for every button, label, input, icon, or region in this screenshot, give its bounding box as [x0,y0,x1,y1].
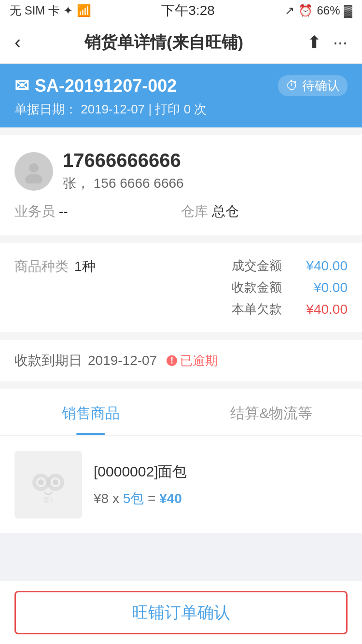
alarm-icon: ⏰ [298,4,313,17]
customer-name: 张， 156 6666 6666 [63,174,184,193]
due-date-card: 收款到期日 2019-12-07 ! 已逾期 [0,340,362,381]
status-bar-right: ↗ ⏰ 66% ▓ [285,4,352,17]
battery-label: 66% [317,4,340,17]
product-unit-price: ¥8 [94,491,109,506]
no-sim-label: 无 SIM 卡 ✦ [10,3,73,18]
order-id: ✉ SA-20191207-002 [14,76,177,96]
svg-point-7 [53,479,58,485]
product-info: [0000002]面包 ¥8 x 5包 = ¥40 [94,462,348,508]
overdue-warning-icon: ! [167,355,177,366]
outstanding-amount-value: ¥40.00 [290,302,348,317]
order-meta: 单据日期： 2019-12-07 | 打印 0 次 [14,101,348,118]
order-date-label: 单据日期： [14,102,77,116]
stats-card: 商品种类 1种 成交金额 ¥40.00 收款金额 ¥0.00 本单欠款 ¥40.… [0,243,362,332]
product-type-label: 商品种类 [14,257,69,276]
transaction-amount-label: 成交金额 [232,257,282,274]
payment-received-label: 收款金额 [232,279,282,296]
tab-sales-label: 销售商品 [62,405,120,421]
warehouse-item: 仓库 总仓 [181,202,348,221]
battery-icon: ▓ [344,4,353,17]
nav-actions: ⬆ ··· [307,32,348,53]
customer-details: 业务员 -- 仓库 总仓 [14,202,348,221]
more-icon[interactable]: ··· [333,32,348,53]
salesperson-label: 业务员 [14,202,55,221]
product-name: [0000002]面包 [94,462,348,482]
confirm-button-label: 旺铺订单确认 [132,602,230,624]
outstanding-amount-label: 本单欠款 [232,301,282,318]
due-date-label: 收款到期日 [14,351,82,370]
svg-point-0 [29,163,39,173]
share-icon[interactable]: ⬆ [307,32,321,53]
bottom-button-container: 旺铺订单确认 [0,581,362,644]
product-quantity: 5包 [123,491,144,506]
status-clock-icon: ⏱ [286,78,298,93]
product-price-row: ¥8 x 5包 = ¥40 [94,490,348,508]
page-title: 销货单详情(来自旺铺) [84,31,243,54]
product-thumbnail: 管+ [14,451,82,518]
status-bar-time: 下午3:28 [161,1,215,20]
nav-bar: ‹ 销货单详情(来自旺铺) ⬆ ··· [0,21,362,64]
tab-settlement-label: 结算&物流等 [230,405,312,421]
product-list: 管+ [0000002]面包 ¥8 x 5包 = ¥40 [0,436,362,533]
customer-name-prefix: 张， [63,176,90,191]
due-date-value: 2019-12-07 [88,353,157,368]
order-print-text: 打印 0 次 [155,102,207,116]
order-separator: | [148,102,155,116]
transaction-amount-row: 成交金额 ¥40.00 [232,257,348,274]
financial-stats: 成交金额 ¥40.00 收款金额 ¥0.00 本单欠款 ¥40.00 [181,257,348,318]
product-total: ¥40 [159,491,182,506]
order-status: ⏱ 待确认 [278,75,348,96]
customer-phone: 17666666666 [63,150,184,171]
payment-received-value: ¥0.00 [290,280,348,295]
salesperson-item: 业务员 -- [14,202,181,221]
payment-received-row: 收款金额 ¥0.00 [232,279,348,296]
svg-point-1 [25,174,42,183]
svg-text:管+: 管+ [43,496,54,504]
tabs-row: 销售商品 结算&物流等 [0,389,362,435]
product-thumb-logo: 管+ [24,465,72,504]
order-date-value: 2019-12-07 [81,102,145,116]
transaction-amount-value: ¥40.00 [290,258,348,274]
order-id-icon: ✉ [14,76,29,96]
product-type-section: 商品种类 1种 [14,257,181,276]
table-row: 管+ [0000002]面包 ¥8 x 5包 = ¥40 [0,436,362,533]
back-button[interactable]: ‹ [14,31,21,53]
outstanding-amount-row: 本单欠款 ¥40.00 [232,301,348,318]
customer-avatar [14,152,53,191]
tab-settlement[interactable]: 结算&物流等 [181,389,362,435]
salesperson-value: -- [59,204,68,219]
status-text: 待确认 [302,77,340,94]
order-header-banner: ✉ SA-20191207-002 ⏱ 待确认 单据日期： 2019-12-07… [0,64,362,127]
tabs-container: 销售商品 结算&物流等 [0,389,362,435]
warehouse-label: 仓库 [181,202,208,221]
location-icon: ↗ [285,4,294,17]
product-equals: = [148,491,159,506]
wangpu-confirm-button[interactable]: 旺铺订单确认 [14,591,348,634]
svg-point-6 [38,479,44,485]
wifi-icon: 📶 [77,4,91,17]
customer-card: 17666666666 张， 156 6666 6666 业务员 -- 仓库 总… [0,135,362,235]
order-id-text: SA-20191207-002 [35,76,177,96]
warehouse-value: 总仓 [212,202,239,221]
tab-sales-products[interactable]: 销售商品 [0,389,181,435]
product-type-value: 1种 [74,257,96,276]
product-multiply: x [112,491,123,506]
status-bar-left: 无 SIM 卡 ✦ 📶 [10,3,91,18]
overdue-text: 已逾期 [180,352,218,369]
overdue-badge: ! 已逾期 [167,352,218,369]
status-bar: 无 SIM 卡 ✦ 📶 下午3:28 ↗ ⏰ 66% ▓ [0,0,362,21]
tab-active-indicator [76,433,105,435]
customer-name-suffix: 156 6666 6666 [94,176,184,191]
